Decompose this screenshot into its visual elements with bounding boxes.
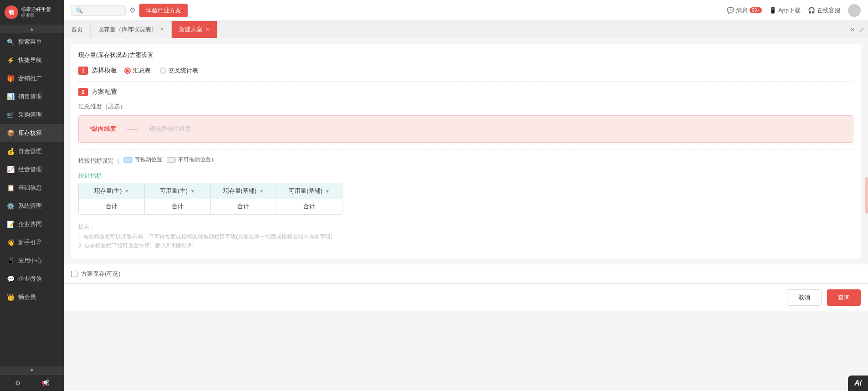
- radio-cross-circle: [160, 67, 166, 74]
- sidebar-item-search[interactable]: 🔍 搜索菜单: [0, 33, 64, 51]
- col-header-3[interactable]: 可用量(基辅) ▼: [276, 183, 342, 199]
- operations-icon: 📈: [6, 166, 15, 173]
- step1-header: 1 选择模板 汇总表 交叉统计表: [78, 67, 853, 75]
- sidebar-item-label: 经营管理: [18, 165, 42, 174]
- sidebar-item-system[interactable]: ⚙️ 系统管理: [0, 197, 64, 215]
- fixed-legend: 不可拖动位置）: [167, 156, 216, 164]
- sidebar-item-marketing[interactable]: 🎁 营销推广: [0, 69, 64, 87]
- col-header-1[interactable]: 可用量(主) ▼: [145, 183, 211, 199]
- sales-icon: 📊: [6, 93, 15, 100]
- tab-inventory-close-icon[interactable]: ✕: [160, 26, 164, 32]
- sidebar-item-label: 基础信息: [18, 184, 42, 192]
- online-service-item[interactable]: 🎧 在线客服: [808, 6, 841, 15]
- col-header-2[interactable]: 现存量(基辅) ▼: [211, 183, 277, 199]
- sidebar-item-label: 资金管理: [18, 147, 42, 155]
- sidebar-item-finance[interactable]: 💰 资金管理: [0, 142, 64, 160]
- sidebar-item-basic-info[interactable]: 📋 基础信息: [0, 179, 64, 197]
- radio-summary-label: 汇总表: [133, 67, 151, 75]
- col-label-3: 可用量(基辅): [289, 187, 322, 195]
- tips-title: 提示：: [78, 223, 853, 231]
- app-edition: 标准版: [21, 12, 51, 19]
- search-topbar-icon: 🔍: [76, 7, 83, 14]
- sidebar-item-label: 新手引导: [18, 238, 42, 247]
- sidebar-scroll-up[interactable]: ▲: [0, 25, 64, 33]
- sidebar-scroll-down[interactable]: ▼: [0, 366, 64, 374]
- radio-cross[interactable]: 交叉统计表: [160, 67, 198, 75]
- topbar: 🔍 ⚙ 体验行业方案 💬 消息 99+ 📱 App下载 🎧 在线客服: [64, 0, 868, 21]
- template-radio-group: 汇总表 交叉统计表: [124, 67, 198, 75]
- query-button[interactable]: 查询: [827, 289, 861, 306]
- radio-summary-circle: [124, 67, 131, 74]
- sidebar-item-wechat[interactable]: 💬 企业微信: [0, 270, 64, 288]
- step2-num: 2: [78, 88, 88, 96]
- avatar[interactable]: [848, 4, 861, 17]
- col-dropdown-1[interactable]: ▼: [190, 189, 195, 194]
- tab-inventory-status[interactable]: 现存量（库存状况表） ✕: [91, 21, 172, 38]
- app-logo-icon: 畅: [5, 5, 18, 19]
- sidebar-item-sales[interactable]: 📊 销售管理: [0, 87, 64, 106]
- col-header-0[interactable]: 现存量(主) ▼: [79, 183, 145, 199]
- footer-actions: 取消 查询: [64, 283, 868, 311]
- main-area: 🔍 ⚙ 体验行业方案 💬 消息 99+ 📱 App下载 🎧 在线客服: [64, 0, 868, 391]
- purchase-icon: 🛒: [6, 111, 15, 118]
- sidebar-nav: 🔍 搜索菜单 ⚡ 快捷导航 🎁 营销推广 📊 销售管理 🛒 采购管理 📦 库存核…: [0, 33, 64, 366]
- app-download-label: App下载: [778, 6, 801, 15]
- message-badge: 99+: [750, 7, 762, 13]
- save-checkbox[interactable]: [71, 271, 77, 277]
- sidebar-item-member[interactable]: 👑 畅会员: [0, 288, 64, 306]
- sidebar-item-label: 快捷导航: [18, 56, 42, 64]
- app-download-icon: 📱: [769, 7, 776, 14]
- settings-bottom-icon[interactable]: ⚙: [15, 379, 21, 386]
- cancel-button[interactable]: 取消: [787, 289, 822, 306]
- app-download-item[interactable]: 📱 App下载: [769, 6, 801, 15]
- message-label: 消息: [736, 6, 748, 15]
- tabbar-actions: ✕ ⤢: [850, 26, 868, 33]
- sidebar-item-app-center[interactable]: 📱 应用中心: [0, 252, 64, 270]
- vertical-dim-required: *纵向维度: [90, 125, 116, 133]
- inventory-icon: 📦: [6, 129, 15, 137]
- sidebar-item-newbie[interactable]: 👋 新手引导: [0, 233, 64, 252]
- system-icon: ⚙️: [6, 202, 15, 210]
- speaker-icon[interactable]: 📢: [41, 379, 49, 386]
- sidebar-item-contract[interactable]: 📝 企业协同: [0, 215, 64, 233]
- topbar-search[interactable]: 🔍: [71, 5, 126, 16]
- sidebar-item-purchase[interactable]: 🛒 采购管理: [0, 106, 64, 124]
- tab-home[interactable]: 首页: [64, 21, 91, 38]
- step2-header: 2 方案配置: [78, 88, 853, 96]
- sidebar-item-label: 企业协同: [18, 220, 42, 228]
- ai-label[interactable]: Ai: [848, 376, 868, 391]
- right-scrollbar[interactable]: [865, 177, 868, 214]
- topbar-gear-icon[interactable]: ⚙: [129, 6, 136, 15]
- step2-title: 方案配置: [92, 88, 117, 96]
- online-service-label: 在线客服: [817, 6, 841, 15]
- step1-num: 1: [78, 67, 88, 75]
- col-body-3: 合计: [276, 199, 342, 214]
- sidebar-item-quick-nav[interactable]: ⚡ 快捷导航: [0, 51, 64, 69]
- radio-summary[interactable]: 汇总表: [124, 67, 151, 75]
- tab-expand-btn[interactable]: ⤢: [859, 26, 864, 33]
- col-dropdown-2[interactable]: ▼: [259, 189, 264, 194]
- col-label-0: 现存量(主): [94, 187, 122, 195]
- save-option: 方案保存(可选): [64, 264, 868, 283]
- app-name: 畅康通好生意: [21, 6, 51, 12]
- experience-btn[interactable]: 体验行业方案: [139, 4, 188, 17]
- sidebar-item-operations[interactable]: 📈 经营管理: [0, 160, 64, 179]
- draggable-legend-box: [123, 157, 133, 163]
- col-dropdown-3[interactable]: ▼: [325, 189, 330, 194]
- sidebar-item-label: 采购管理: [18, 111, 42, 119]
- col-body-1: 合计: [145, 199, 211, 214]
- content-area: 现存量(库存状况表)方案设置 1 选择模板 汇总表 交叉统计表: [64, 38, 868, 391]
- col-dropdown-0[interactable]: ▼: [124, 189, 129, 194]
- tab-close-all-btn[interactable]: ✕: [850, 26, 855, 33]
- tab-new-scheme[interactable]: 新建方案 ✕: [172, 21, 217, 38]
- sidebar-item-inventory[interactable]: 📦 库存核算: [0, 124, 64, 142]
- tab-new-scheme-close-icon[interactable]: ✕: [205, 26, 209, 32]
- wechat-icon: 💬: [6, 275, 15, 283]
- sidebar-item-label: 销售管理: [18, 93, 42, 101]
- sidebar-item-label: 企业微信: [18, 275, 42, 283]
- settings-panel: 现存量(库存状况表)方案设置 1 选择模板 汇总表 交叉统计表: [71, 44, 861, 258]
- sidebar-logo: 畅 畅康通好生意 标准版: [0, 0, 64, 25]
- vertical-dimension-area[interactable]: *纵向维度 —— 请选择分组维度: [78, 115, 853, 143]
- message-item[interactable]: 💬 消息 99+: [727, 6, 762, 15]
- sidebar-item-label: 搜索菜单: [18, 38, 42, 46]
